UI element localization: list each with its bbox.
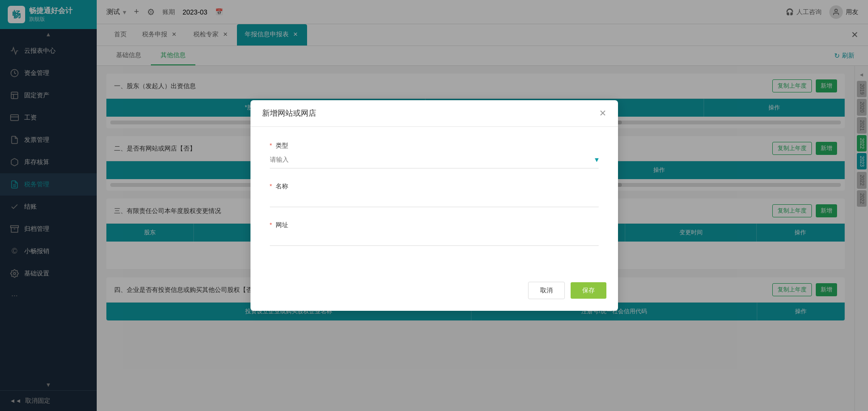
name-input-row — [270, 196, 599, 207]
form-row-name: * 名称 — [270, 182, 599, 207]
modal-title: 新增网站或网店 — [262, 108, 316, 119]
required-asterisk-type: * — [270, 142, 272, 149]
required-asterisk-url: * — [270, 221, 272, 228]
url-label: 网址 — [276, 221, 288, 228]
type-dropdown-icon[interactable]: ▾ — [595, 155, 599, 164]
cancel-button[interactable]: 取消 — [528, 282, 565, 299]
name-input[interactable] — [270, 196, 599, 203]
required-asterisk-name: * — [270, 183, 272, 190]
modal-footer: 取消 保存 — [250, 274, 618, 311]
save-button[interactable]: 保存 — [571, 282, 606, 299]
form-row-url: * 网址 — [270, 221, 599, 246]
modal-body: * 类型 ▾ * 名称 * 网址 — [250, 127, 618, 274]
type-input-row: ▾ — [270, 155, 599, 168]
type-label: 类型 — [276, 142, 288, 149]
name-label: 名称 — [276, 183, 288, 190]
modal-add-website: 新增网站或网店 ✕ * 类型 ▾ * 名称 — [250, 100, 618, 311]
modal-overlay[interactable]: 新增网站或网店 ✕ * 类型 ▾ * 名称 — [0, 0, 868, 411]
modal-close-button[interactable]: ✕ — [599, 108, 606, 119]
url-input-row — [270, 234, 599, 246]
modal-header: 新增网站或网店 ✕ — [250, 100, 618, 127]
type-input[interactable] — [270, 156, 595, 163]
form-row-type: * 类型 ▾ — [270, 141, 599, 168]
url-input[interactable] — [270, 234, 599, 242]
